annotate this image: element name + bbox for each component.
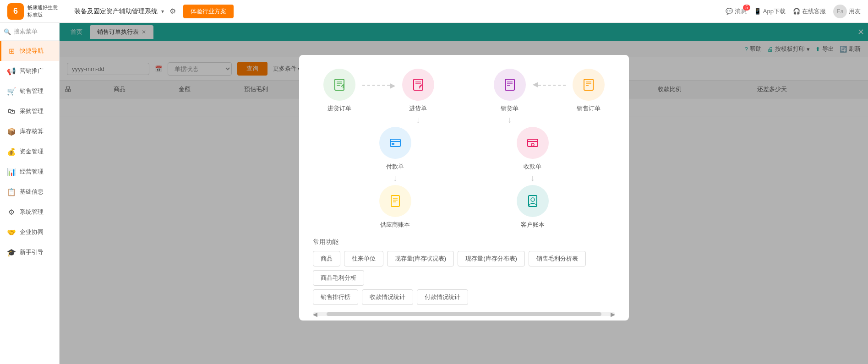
trial-button[interactable]: 体验行业方案 [183,5,234,18]
beginner-icon: 🎓 [7,248,16,257]
flow-item-payment[interactable]: 付款单 [372,127,418,171]
sidebar-nav: ⊞ 快捷导航 📢 营销推广 🛒 销售管理 🛍 采购管理 📦 库存核算 [0,41,59,364]
scrollbar-thumb [327,312,601,316]
common-btn-stock-status[interactable]: 现存量(库存状况表) [387,251,454,266]
common-btn-sales-margin[interactable]: 销售毛利分析表 [529,251,586,266]
sidebar-item-purchase[interactable]: 🛍 采购管理 [0,101,59,121]
flow-item-receipt[interactable]: 收款单 [510,127,556,171]
sidebar-item-finance[interactable]: 💰 资金管理 [0,141,59,162]
svg-rect-21 [391,196,399,206]
app-download-button[interactable]: 📱 App下载 [754,7,786,16]
sidebar-item-basic-info[interactable]: 📋 基础信息 [0,182,59,202]
svg-rect-18 [528,139,538,147]
supplier-ledger-label: 供应商账本 [380,221,410,229]
sidebar-item-beginner[interactable]: 🎓 新手引导 [0,242,59,262]
purchase-order-label: 进货订单 [328,104,351,113]
sale-order-icon [573,69,605,101]
purchase-order-icon [323,69,355,101]
flow-item-customer-ledger[interactable]: 客户账本 [510,185,556,229]
app-container: 6 畅康通好生意 标准版 装备及固定资产辅助管理系统 ▾ ⚙ 体验行业方案 💬 … [0,0,868,364]
message-icon: 💬 [726,8,733,15]
quick-nav-overlay[interactable]: 进货订单 ▶ [60,23,868,364]
marketing-icon: 📢 [7,66,16,76]
common-btn-product[interactable]: 商品 [313,251,340,266]
flow-item-supplier-ledger[interactable]: 供应商账本 [372,185,418,229]
sidebar-search[interactable]: 🔍 搜索菜单 [0,23,59,41]
arrow-purchase-order-to-bill: ▶ [362,81,395,101]
flow-item-purchase-order[interactable]: 进货订单 [317,69,362,113]
customer-ledger-icon [517,185,549,217]
customer-ledger-label: 客户账本 [521,221,545,229]
quick-nav-icon: ⊞ [7,46,16,55]
common-functions-section: 常用功能 商品 往来单位 现存量(库存状况表) 现存量(库存分布表) 销售毛利分… [313,238,615,305]
basic-info-icon: 📋 [7,187,16,196]
sidebar-item-enterprise[interactable]: 🤝 企业协同 [0,222,59,242]
svg-point-20 [531,143,534,146]
supplier-ledger-icon [379,185,411,217]
avatar: Ea [833,5,847,18]
arrow-sale-order-to-bill: ▶ [533,81,566,101]
arrow-down-purchase-bill: ↓ [395,114,441,125]
scroll-left-button[interactable]: ◀ [313,311,317,318]
logo-text: 畅康通好生意 标准版 [27,4,58,18]
purchase-icon: 🛍 [7,107,16,116]
system-title: 装备及固定资产辅助管理系统 [74,7,158,16]
system-icon: ⚙ [7,207,16,217]
sale-bill-label: 销货单 [501,104,519,113]
common-btn-stock-dist[interactable]: 现存量(库存分布表) [458,251,525,266]
enterprise-icon: 🤝 [7,228,16,237]
headset-icon: 🎧 [793,8,800,15]
flow-item-sale-bill[interactable]: 销货单 [487,69,533,113]
svg-point-26 [531,198,535,201]
flow-item-purchase-bill[interactable]: 进货单 [395,69,441,113]
payment-icon [379,127,411,159]
sidebar-item-quick-nav[interactable]: ⊞ 快捷导航 [0,41,59,61]
system-dropdown-button[interactable]: ▾ [161,8,164,15]
sidebar-item-inventory[interactable]: 📦 库存核算 [0,121,59,141]
main-area: 🔍 搜索菜单 ⊞ 快捷导航 📢 营销推广 🛒 销售管理 🛍 [0,23,868,364]
scroll-right-button[interactable]: ▶ [611,311,615,318]
purchase-bill-label: 进货单 [409,104,427,113]
top-bar: 6 畅康通好生意 标准版 装备及固定资产辅助管理系统 ▾ ⚙ 体验行业方案 💬 … [0,0,868,23]
svg-rect-15 [390,139,400,147]
common-functions-title: 常用功能 [313,238,615,246]
user-profile[interactable]: Ea 用友 [833,5,861,18]
payment-label: 付款单 [386,163,404,171]
sidebar-item-system[interactable]: ⚙ 系统管理 [0,202,59,222]
svg-rect-7 [505,79,514,90]
operations-icon: 📊 [7,167,16,176]
svg-rect-11 [584,79,593,90]
common-btn-receipt-stats[interactable]: 收款情况统计 [362,289,413,305]
common-btn-sales-rank[interactable]: 销售排行榜 [313,289,358,305]
sidebar-item-operations[interactable]: 📊 经营管理 [0,162,59,182]
online-service-button[interactable]: 🎧 在线客服 [793,7,826,16]
sidebar-item-marketing[interactable]: 📢 营销推广 [0,61,59,81]
panel-scrollbar[interactable]: ◀ ▶ [313,312,615,316]
search-icon: 🔍 [4,28,11,35]
logo-icon: 6 [7,3,24,20]
arrow-down-payment: ↓ [372,173,418,183]
sidebar: 🔍 搜索菜单 ⊞ 快捷导航 📢 营销推广 🛒 销售管理 🛍 [0,23,60,364]
system-settings-button[interactable]: ⚙ [169,7,176,16]
message-button[interactable]: 💬 消息 5 [726,7,747,16]
receipt-icon [517,127,549,159]
inventory-icon: 📦 [7,127,16,136]
common-btn-payment-stats[interactable]: 付款情况统计 [417,289,468,305]
logo-area: 6 畅康通好生意 标准版 [7,3,67,20]
arrow-down-sale-bill: ↓ [487,114,533,125]
app-download-icon: 📱 [754,8,761,15]
sale-bill-icon [494,69,526,101]
common-buttons-row1: 商品 往来单位 现存量(库存状况表) 现存量(库存分布表) 销售毛利分析表 商品… [313,251,615,286]
svg-rect-25 [529,196,537,206]
message-badge: 5 [743,5,750,11]
flow-item-sale-order[interactable]: 销售订单 [566,69,611,113]
sale-order-label: 销售订单 [577,104,601,113]
common-btn-counterpart[interactable]: 往来单位 [344,251,383,266]
common-btn-product-margin[interactable]: 商品毛利分析 [313,270,364,286]
quick-nav-panel: 进货订单 ▶ [299,55,629,321]
receipt-label: 收款单 [524,163,541,171]
sales-icon: 🛒 [7,87,16,96]
sidebar-item-sales[interactable]: 🛒 销售管理 [0,81,59,101]
purchase-bill-icon [402,69,434,101]
common-buttons-row2: 销售排行榜 收款情况统计 付款情况统计 [313,289,615,305]
